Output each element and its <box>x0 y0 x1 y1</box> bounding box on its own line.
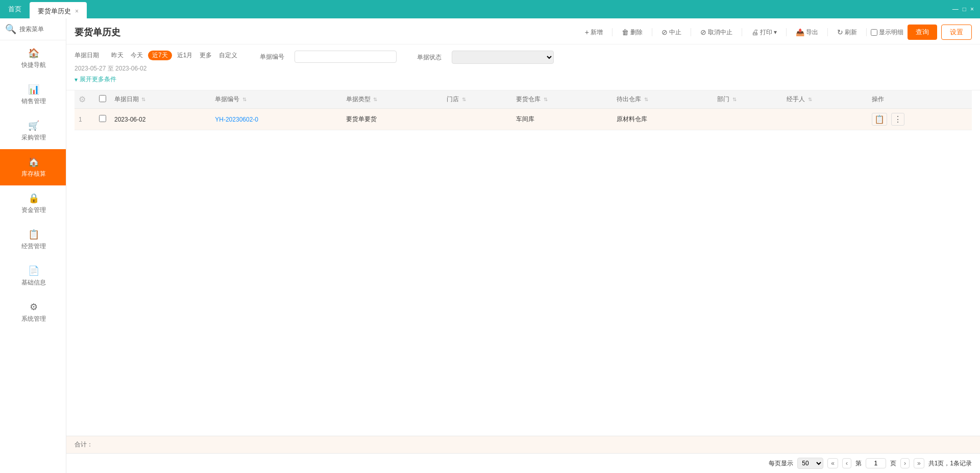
row-store <box>443 109 512 130</box>
docno-filter-input[interactable] <box>295 51 397 63</box>
expand-icon: ▾ <box>75 76 78 83</box>
date-btn-last7days[interactable]: 近7天 <box>148 51 172 60</box>
date-btn-today[interactable]: 今天 <box>129 51 145 60</box>
sidebar-search-label: 搜索菜单 <box>19 25 44 34</box>
sidebar-label-finance: 资金管理 <box>21 206 46 215</box>
window-close-btn[interactable]: × <box>970 6 974 13</box>
prev-page-btn[interactable]: ‹ <box>842 458 851 468</box>
chart-icon: 📊 <box>28 84 39 95</box>
total-label: 合计： <box>75 441 93 448</box>
delete-icon: 🗑 <box>622 28 629 36</box>
page-unit: 页 <box>890 459 896 468</box>
sidebar-label-system: 系统管理 <box>21 315 46 323</box>
status-filter-row: 单据状态 <box>417 51 554 64</box>
sort-docno-icon[interactable]: ⇅ <box>242 97 247 102</box>
th-handler: 经手人 ⇅ <box>782 90 868 109</box>
sidebar-item-system[interactable]: ⚙ 系统管理 <box>0 294 66 330</box>
select-all-checkbox[interactable] <box>99 95 106 102</box>
sort-req-warehouse-icon[interactable]: ⇅ <box>544 97 548 102</box>
window-minimize-btn[interactable]: — <box>952 6 959 13</box>
print-dropdown-icon: ▾ <box>774 29 777 36</box>
row-checkbox-cell <box>95 109 110 130</box>
row-view-btn[interactable]: 📋 <box>872 113 887 126</box>
print-button[interactable]: 🖨 打印 ▾ <box>746 26 782 39</box>
sidebar-label-quick-nav: 快捷导航 <box>21 61 46 69</box>
page-header: 要货单历史 + 新增 🗑 删除 ⊘ 中止 ⊘ <box>66 18 980 44</box>
sidebar-label-sales: 销售管理 <box>21 97 46 106</box>
pagination-area: 每页显示 50 100 « ‹ 第 页 › » 共1页，1条记录 <box>66 453 980 473</box>
sort-pending-warehouse-icon[interactable]: ⇅ <box>644 97 648 102</box>
row-department <box>713 109 782 130</box>
tab-home[interactable]: 首页 <box>0 0 30 18</box>
docno-link[interactable]: YH-20230602-0 <box>215 116 258 123</box>
settings-button[interactable]: 设置 <box>941 25 972 40</box>
row-doctype: 要货单要货 <box>342 109 443 130</box>
display-detail-toggle[interactable]: 显示明细 <box>871 28 903 37</box>
column-settings-icon[interactable]: ⚙ <box>79 95 86 104</box>
sidebar-item-basic-info[interactable]: 📄 基础信息 <box>0 258 66 294</box>
current-page-input[interactable] <box>866 458 886 468</box>
delete-button[interactable]: 🗑 删除 <box>617 26 648 39</box>
row-select-checkbox[interactable] <box>99 115 106 122</box>
tab-close-icon[interactable]: × <box>75 8 79 15</box>
row-handler <box>782 109 868 130</box>
date-filter-group: 单据日期 昨天 今天 近7天 近1月 更多 自定义 2023-05-27 至 2… <box>75 51 239 73</box>
divider4 <box>742 28 742 36</box>
th-pending-warehouse: 待出仓库 ⇅ <box>612 90 713 109</box>
date-btn-custom[interactable]: 自定义 <box>217 51 239 60</box>
status-filter-group: 单据状态 <box>417 51 554 66</box>
refresh-icon: ↻ <box>837 28 843 36</box>
table-header-row: ⚙ 单据日期 ⇅ 单据编号 ⇅ <box>75 90 972 109</box>
status-filter-select[interactable] <box>452 51 554 64</box>
date-range-display: 2023-05-27 至 2023-06-02 <box>75 64 239 73</box>
filter-section: 单据日期 昨天 今天 近7天 近1月 更多 自定义 2023-05-27 至 2… <box>75 51 972 73</box>
sort-handler-icon[interactable]: ⇅ <box>808 97 812 102</box>
page-size-select[interactable]: 50 100 <box>797 458 823 469</box>
sort-store-icon[interactable]: ⇅ <box>462 97 466 102</box>
window-maximize-btn[interactable]: □ <box>963 6 966 13</box>
row-req-warehouse: 车间库 <box>512 109 612 130</box>
tab-history[interactable]: 要货单历史 × <box>30 2 87 20</box>
sidebar-item-quick-nav[interactable]: 🏠 快捷导航 <box>0 40 66 77</box>
cart-icon: 🛒 <box>28 120 39 131</box>
sidebar-item-finance[interactable]: 🔒 资金管理 <box>0 185 66 222</box>
last-page-btn[interactable]: » <box>914 458 924 468</box>
docno-filter-row: 单据编号 <box>260 51 397 63</box>
top-bar-right: — □ × <box>952 6 980 13</box>
first-page-btn[interactable]: « <box>827 458 838 468</box>
sort-department-icon[interactable]: ⇅ <box>732 97 737 102</box>
document-icon: 📄 <box>28 265 39 276</box>
sidebar-item-operation[interactable]: 📋 经营管理 <box>0 222 66 258</box>
date-btn-yesterday[interactable]: 昨天 <box>109 51 126 60</box>
sort-doctype-icon[interactable]: ⇅ <box>373 97 377 102</box>
expand-more-conditions[interactable]: ▾ 展开更多条件 <box>75 75 972 84</box>
date-btn-last1month[interactable]: 近1月 <box>175 51 195 60</box>
sidebar-item-inventory[interactable]: 🏠 库存核算 <box>0 149 66 185</box>
row-docno: YH-20230602-0 <box>211 109 342 130</box>
refresh-button[interactable]: ↻ 刷新 <box>832 26 862 39</box>
divider5 <box>786 28 787 36</box>
data-table: ⚙ 单据日期 ⇅ 单据编号 ⇅ <box>75 90 972 130</box>
docno-filter-label: 单据编号 <box>260 53 284 61</box>
query-button[interactable]: 查询 <box>908 25 937 40</box>
sidebar-search[interactable]: 🔍 搜索菜单 <box>0 18 66 40</box>
export-button[interactable]: 📤 导出 <box>791 26 823 39</box>
sidebar-item-purchase[interactable]: 🛒 采购管理 <box>0 113 66 149</box>
sort-date-icon[interactable]: ⇅ <box>141 97 145 102</box>
row-more-btn[interactable]: ⋮ <box>891 113 904 126</box>
cancel-stop-icon: ⊘ <box>700 28 706 36</box>
tab-bar: 首页 要货单历史 × <box>0 0 952 18</box>
next-page-btn[interactable]: › <box>900 458 910 468</box>
search-icon: 🔍 <box>5 23 16 35</box>
divider <box>612 28 612 36</box>
top-bar: 首页 要货单历史 × — □ × <box>0 0 980 18</box>
divider6 <box>827 28 828 36</box>
page-size-label: 每页显示 <box>769 459 793 468</box>
display-detail-checkbox[interactable] <box>871 29 877 36</box>
date-btn-more[interactable]: 更多 <box>198 51 214 60</box>
content-area: 要货单历史 + 新增 🗑 删除 ⊘ 中止 ⊘ <box>66 18 980 473</box>
cancel-stop-button[interactable]: ⊘ 取消中止 <box>695 26 738 39</box>
sidebar-item-sales[interactable]: 📊 销售管理 <box>0 77 66 113</box>
stop-button[interactable]: ⊘ 中止 <box>656 26 687 39</box>
new-button[interactable]: + 新增 <box>580 26 608 39</box>
